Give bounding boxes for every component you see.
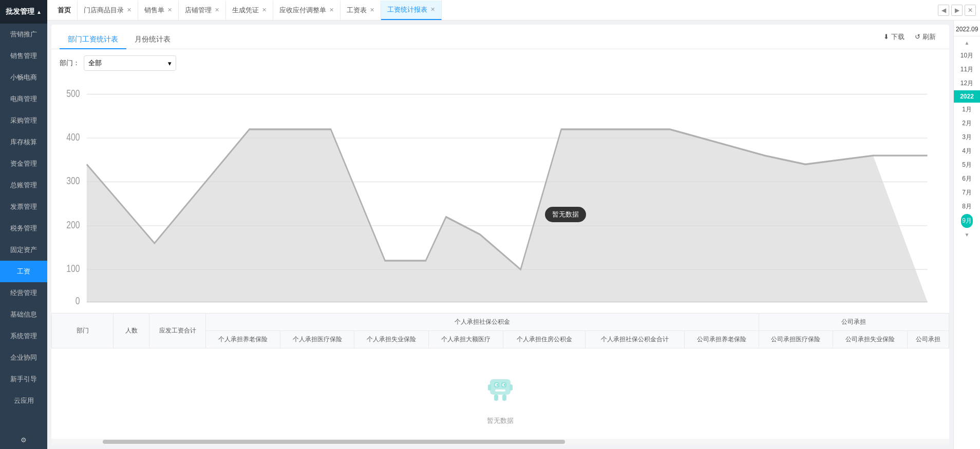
time-panel-apr[interactable]: 4月: [954, 144, 980, 158]
sub-tab-monthly-stats[interactable]: 月份统计表: [126, 31, 179, 49]
tab-salary-table-label: 工资表: [347, 6, 367, 15]
time-panel-mar[interactable]: 3月: [954, 130, 980, 144]
tab-sales-order-close[interactable]: ✕: [167, 7, 172, 13]
svg-rect-21: [494, 395, 498, 401]
sidebar-item-inventory[interactable]: 库存核算: [0, 131, 47, 153]
sidebar-item-finance[interactable]: 资金管理: [0, 153, 47, 174]
svg-text:100: 100: [66, 262, 80, 274]
empty-state: 暂无数据: [51, 348, 949, 439]
time-panel-feb[interactable]: 2月: [954, 116, 980, 130]
download-label: 下载: [891, 32, 904, 42]
tab-prev-button[interactable]: ◀: [938, 5, 949, 16]
th-personal-housing: 个人承担住房公积金: [503, 331, 586, 348]
time-panel-nov[interactable]: 11月: [954, 63, 980, 76]
time-panel-nav-up[interactable]: ▲: [961, 36, 973, 49]
time-panel-may[interactable]: 5月: [954, 158, 980, 172]
tab-production-voucher-close[interactable]: ✕: [262, 7, 267, 13]
refresh-label: 刷新: [922, 32, 936, 42]
tab-salary-stats-close[interactable]: ✕: [430, 6, 435, 13]
tab-store-catalog-close[interactable]: ✕: [127, 7, 131, 13]
time-panel-nav-down[interactable]: ▼: [961, 228, 973, 241]
empty-icon: [480, 369, 521, 410]
settings-icon: ⚙: [21, 436, 27, 444]
stats-table: 部门 人数 应发工资合计 个人承担社保公积金 公司承担 个人承担养老保险 个人承…: [51, 313, 949, 348]
sidebar-item-ecommerce-small[interactable]: 小畅电商: [0, 67, 47, 88]
time-panel-header-text: 2022.09: [956, 26, 978, 33]
th-total-salary: 应发工资合计: [149, 314, 206, 348]
time-panel-header: 2022.09: [954, 23, 980, 36]
svg-text:200: 200: [66, 219, 80, 230]
svg-text:0: 0: [76, 295, 80, 306]
sidebar-item-system[interactable]: 系统管理: [0, 325, 47, 347]
time-panel-sep[interactable]: 9月: [961, 214, 973, 228]
svg-text:300: 300: [66, 174, 80, 186]
tab-store-mgmt-close[interactable]: ✕: [215, 7, 219, 13]
svg-point-25: [497, 384, 498, 386]
svg-rect-13: [490, 379, 511, 395]
chart-container: 500 400 300 200 100 0: [51, 77, 949, 313]
tab-salary-stats[interactable]: 工资统计报表 ✕: [381, 1, 442, 20]
sidebar-item-fixed-assets[interactable]: 固定资产: [0, 239, 47, 261]
refresh-button[interactable]: ↺ 刷新: [910, 30, 941, 44]
time-panel-oct[interactable]: 10月: [954, 49, 980, 63]
download-button[interactable]: ⬇ 下载: [878, 30, 910, 44]
scrollbar-thumb[interactable]: [103, 440, 565, 444]
sidebar-title-text: 批发管理: [6, 7, 34, 16]
tab-next-button[interactable]: ▶: [951, 5, 963, 16]
sidebar-arrow-icon: ▲: [36, 9, 42, 15]
refresh-icon: ↺: [915, 33, 920, 41]
tab-close-all-button[interactable]: ✕: [965, 5, 976, 16]
time-panel-jun[interactable]: 6月: [954, 172, 980, 186]
time-panel-jan[interactable]: 1月: [954, 103, 980, 116]
table-wrapper[interactable]: 部门 人数 应发工资合计 个人承担社保公积金 公司承担 个人承担养老保险 个人承…: [51, 313, 949, 439]
tab-salary-stats-label: 工资统计报表: [387, 5, 427, 14]
tab-store-mgmt[interactable]: 店铺管理 ✕: [179, 1, 226, 20]
content-area: 部门工资统计表 月份统计表 ⬇ 下载 ↺ 刷新 部门：: [47, 21, 980, 449]
sidebar-item-guide[interactable]: 新手引导: [0, 368, 47, 390]
sidebar-item-basic-info[interactable]: 基础信息: [0, 304, 47, 325]
th-personal-major-medical: 个人承担大额医疗: [429, 331, 503, 348]
sidebar-item-cloud[interactable]: 云应用: [0, 390, 47, 412]
sidebar-item-enterprise[interactable]: 企业协同: [0, 347, 47, 368]
sidebar-item-salary[interactable]: 工资: [0, 261, 47, 282]
tab-ar-ap[interactable]: 应收应付调整单 ✕: [273, 1, 341, 20]
time-panel-aug[interactable]: 8月: [954, 200, 980, 213]
sidebar-item-purchase[interactable]: 采购管理: [0, 110, 47, 131]
tab-salary-table[interactable]: 工资表 ✕: [341, 1, 381, 20]
svg-marker-12: [87, 129, 928, 302]
horizontal-scrollbar[interactable]: [51, 439, 949, 445]
tab-store-catalog[interactable]: 门店商品目录 ✕: [78, 1, 138, 20]
sidebar-item-invoice[interactable]: 发票管理: [0, 196, 47, 218]
sidebar-item-general-ledger[interactable]: 总账管理: [0, 174, 47, 196]
sub-tab-dept-stats[interactable]: 部门工资统计表: [60, 31, 126, 49]
time-panel-jul[interactable]: 7月: [954, 186, 980, 200]
sidebar-title[interactable]: 批发管理 ▲: [0, 0, 47, 24]
svg-rect-18: [495, 389, 505, 392]
time-panel-dec[interactable]: 12月: [954, 76, 980, 90]
th-dept: 部门: [52, 314, 114, 348]
settings-button[interactable]: ⚙: [0, 431, 47, 449]
tab-home[interactable]: 首页: [51, 1, 78, 20]
dept-filter-select[interactable]: 全部 ▾: [84, 55, 176, 71]
th-personal-unemployment: 个人承担失业保险: [354, 331, 429, 348]
tab-salary-table-close[interactable]: ✕: [370, 7, 374, 13]
time-panel-2022[interactable]: 2022: [954, 90, 980, 103]
sidebar-item-operations[interactable]: 经营管理: [0, 282, 47, 304]
th-personal-pension: 个人承担养老保险: [206, 331, 280, 348]
th-company-unemployment: 公司承担失业保险: [833, 331, 908, 348]
tab-production-voucher[interactable]: 生成凭证 ✕: [226, 1, 273, 20]
tab-production-voucher-label: 生成凭证: [232, 6, 259, 15]
sidebar-item-tax[interactable]: 税务管理: [0, 218, 47, 239]
sidebar-item-ecommerce[interactable]: 电商管理: [0, 88, 47, 110]
th-company-other: 公司承担: [907, 331, 949, 348]
sidebar-item-sales[interactable]: 销售管理: [0, 45, 47, 67]
th-company-medical: 公司承担医疗保险: [759, 331, 833, 348]
sidebar-item-marketing[interactable]: 营销推广: [0, 24, 47, 45]
filters: 部门： 全部 ▾: [51, 49, 949, 77]
th-personal-medical: 个人承担医疗保险: [280, 331, 354, 348]
chart-no-data-text: 暂无数据: [552, 210, 579, 218]
tab-sales-order[interactable]: 销售单 ✕: [138, 1, 179, 20]
tab-ar-ap-close[interactable]: ✕: [329, 7, 334, 13]
download-icon: ⬇: [883, 33, 889, 41]
th-personal-social: 个人承担社保公积金: [206, 314, 759, 331]
